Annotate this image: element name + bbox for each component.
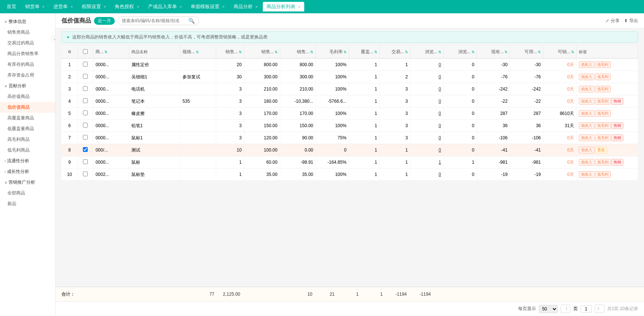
sidebar-section-成长性分析[interactable]: ›成长性分析	[0, 166, 55, 177]
table-cell-col-avail: -22	[510, 95, 543, 108]
view1-link[interactable]: 0	[439, 86, 441, 92]
nav-close-icon[interactable]: ×	[221, 4, 224, 9]
table-cell-col-sale-cost: 150.00	[280, 120, 316, 132]
sidebar-item-低毛利商品[interactable]: 低毛利商品	[0, 145, 55, 156]
nav-item-产成品入库单[interactable]: 产成品入库单 ×	[144, 2, 185, 11]
row-checkbox[interactable]	[83, 74, 88, 79]
sidebar-item-低覆盖量商品[interactable]: 低覆盖量商品	[0, 123, 55, 134]
th-view1[interactable]: 浏览...⇅	[410, 46, 443, 58]
table-cell-col-check	[78, 71, 93, 83]
nav-close-icon[interactable]: ×	[297, 4, 300, 9]
sidebar-item-高毛利商品[interactable]: 高毛利商品	[0, 134, 55, 145]
th-sale-cost[interactable]: 销售...⇅	[280, 46, 316, 58]
view1-link[interactable]: 0	[439, 111, 441, 116]
sidebar-item-全部商品[interactable]: 全部商品	[0, 188, 55, 198]
table-cell-tags: 低收入低毛利热销	[577, 132, 638, 144]
tag-低收入: 低收入	[579, 135, 594, 141]
nav-item-商品分析[interactable]: 商品分析 ×	[230, 2, 261, 11]
nav-item-首页[interactable]: 首页	[3, 2, 20, 11]
sidebar-item-库存资金占用[interactable]: 库存资金占用	[0, 70, 55, 81]
sidebar-item-有库存的商品[interactable]: 有库存的商品	[0, 59, 55, 70]
nav-close-icon[interactable]: ×	[103, 4, 106, 9]
th-gross[interactable]: 毛利率⇅	[316, 46, 349, 58]
search-icon[interactable]: 🔍	[188, 18, 195, 24]
row-checkbox[interactable]	[83, 123, 88, 128]
row-checkbox[interactable]	[83, 111, 88, 115]
view1-link[interactable]: 0	[439, 172, 441, 177]
sidebar-section-贡献分析[interactable]: ∨贡献分析	[0, 81, 55, 91]
nav-item-进货单[interactable]: 进货单 ×	[50, 2, 76, 11]
th-sku[interactable]: 商...⇅	[93, 46, 129, 58]
sidebar-item-高覆盖量商品[interactable]: 高覆盖量商品	[0, 113, 55, 123]
table-cell-col-sku: 0000...	[93, 120, 129, 132]
prev-page-button[interactable]: 〈	[561, 305, 570, 313]
filter-recent-month-button[interactable]: 近一月	[94, 17, 115, 25]
row-checkbox[interactable]	[83, 62, 88, 67]
nav-close-icon[interactable]: ×	[135, 4, 139, 9]
th-stock[interactable]: 现有...⇅	[477, 46, 510, 58]
th-spec[interactable]: 规格...⇅	[180, 46, 216, 58]
th-cover[interactable]: 覆盖...⇅	[349, 46, 380, 58]
days-value: 0天	[567, 135, 574, 140]
table-cell-col-name: 属性定价	[129, 58, 180, 71]
th-gear[interactable]: ⚙	[61, 46, 78, 58]
nav-close-icon[interactable]: ×	[41, 4, 44, 9]
next-page-button[interactable]: 〉	[595, 305, 604, 313]
table-cell-col-cover: 1	[349, 144, 380, 156]
sidebar-section-营销推广分析[interactable]: ∨营销推广分析	[0, 177, 55, 188]
th-sale-qty[interactable]: 销售...⇅	[216, 46, 244, 58]
page-size-label: 每页显示	[518, 306, 536, 312]
sidebar-item-高价值商品[interactable]: 高价值商品	[0, 91, 55, 102]
view1-link[interactable]: 0	[439, 74, 441, 79]
view1-link[interactable]: 0	[439, 135, 441, 140]
select-all-checkbox[interactable]	[83, 49, 88, 54]
table-cell-col-sale-qty: 1	[216, 156, 244, 169]
view1-link[interactable]: 0	[439, 62, 441, 67]
row-checkbox[interactable]	[83, 135, 88, 140]
share-button[interactable]: ⤢ 分享	[606, 18, 620, 24]
export-button[interactable]: ⬆ 导出	[624, 18, 638, 24]
table-cell-col-sale-cost: 90.00	[280, 132, 316, 144]
sidebar-item-新品[interactable]: 新品	[0, 198, 55, 209]
nav-item-权限设置[interactable]: 权限设置 ×	[78, 2, 110, 11]
th-view2[interactable]: 浏览...⇅	[443, 46, 477, 58]
th-sell[interactable]: 可销...⇅	[543, 46, 577, 58]
view1-link[interactable]: 0	[439, 147, 441, 153]
row-checkbox[interactable]	[83, 159, 88, 164]
nav-item-单据模板设置[interactable]: 单据模板设置 ×	[187, 2, 228, 11]
sidebar-item-销售类商品[interactable]: 销售类商品	[0, 27, 55, 38]
th-trade[interactable]: 交易...⇅	[380, 46, 410, 58]
sidebar-section-流通性分析[interactable]: ›流通性分析	[0, 156, 55, 166]
table-container[interactable]: ⚙ 商...⇅ 商品名称 规格...⇅ 销售...⇅ 销售...⇅ 销售...⇅…	[56, 46, 644, 286]
view1-link[interactable]: 0	[439, 99, 441, 104]
nav-item-商品分析列表[interactable]: 商品分析列表 ×	[263, 2, 304, 11]
table-cell-col-check	[78, 83, 93, 95]
nav-close-icon[interactable]: ×	[254, 4, 258, 9]
sidebar-item-低价值商品[interactable]: 低价值商品	[0, 102, 55, 113]
days-value: 31天	[565, 123, 574, 128]
sidebar-item-交易过的商品[interactable]: 交易过的商品	[0, 38, 55, 48]
row-checkbox[interactable]	[83, 171, 88, 176]
row-checkbox[interactable]	[83, 86, 88, 91]
nav-close-icon[interactable]: ×	[69, 4, 73, 9]
sidebar-item-商品分类销售率[interactable]: 商品分类销售率	[0, 48, 55, 59]
view1-link[interactable]: 1	[439, 160, 441, 165]
table-cell-col-sale-amt: 170.00	[244, 108, 280, 120]
nav-close-icon[interactable]: ×	[178, 4, 182, 9]
search-input[interactable]	[122, 18, 188, 23]
row-checkbox[interactable]	[83, 98, 88, 103]
nav-item-销货单[interactable]: 销货单 ×	[21, 2, 48, 11]
row-checkbox[interactable]	[83, 147, 88, 152]
nav-item-角色授权[interactable]: 角色授权 ×	[111, 2, 142, 11]
th-avail[interactable]: 可用...⇅	[510, 46, 543, 58]
sidebar-collapse-button[interactable]: «	[51, 35, 56, 42]
view1-link[interactable]: 0	[439, 123, 441, 128]
th-sale-amt[interactable]: 销售...⇅	[244, 46, 280, 58]
th-check[interactable]	[78, 46, 93, 58]
current-page-input[interactable]	[581, 305, 592, 313]
days-value: 0天	[567, 172, 574, 177]
sidebar-section-整体信息[interactable]: ∨整体信息	[0, 16, 55, 27]
page-size-select[interactable]: 50 100 200	[539, 305, 558, 313]
table-cell-col-trade: 1	[380, 156, 410, 169]
table-cell-col-name: 鼠标1	[129, 132, 180, 144]
